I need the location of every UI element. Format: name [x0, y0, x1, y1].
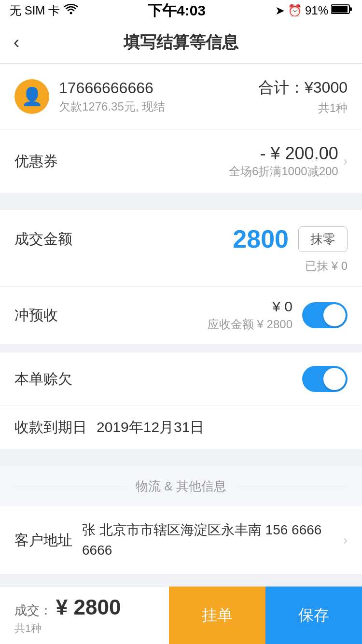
coupon-discount: - ¥ 200.00 — [229, 143, 338, 164]
round-button[interactable]: 抹零 — [298, 226, 348, 252]
avatar: 👤 — [14, 79, 49, 114]
customer-phone: 17666666666 — [59, 79, 165, 97]
bottom-deal-label: 成交： — [14, 603, 52, 617]
customer-section: 👤 17666666666 欠款1276.35元, 现结 合计：¥3000 共1… — [0, 64, 362, 193]
alarm-icon: ⏰ — [288, 4, 302, 17]
prepay-value: ¥ 0 — [208, 298, 292, 315]
customer-info: 17666666666 欠款1276.35元, 现结 — [59, 79, 165, 114]
customer-sub-info: 欠款1276.35元, 现结 — [59, 99, 165, 114]
amount-label: 成交金额 — [14, 229, 72, 249]
logistics-title: 物流 & 其他信息 — [126, 478, 236, 495]
hang-sale-button[interactable]: 挂单 — [169, 587, 265, 644]
amount-section: 成交金额 2800 抹零 已抹 ¥ 0 冲预收 ¥ 0 应收金额 ¥ 2800 — [0, 210, 362, 344]
logistics-header: 物流 & 其他信息 — [0, 466, 362, 506]
total-amount: 合计：¥3000 — [258, 77, 348, 98]
bottom-actions: 挂单 保存 — [169, 587, 362, 644]
customer-row: 👤 17666666666 欠款1276.35元, 现结 合计：¥3000 共1… — [0, 64, 362, 129]
svg-point-0 — [70, 12, 72, 14]
amount-right: 2800 抹零 — [233, 224, 348, 253]
duedate-row: 收款到期日 2019年12月31日 — [0, 406, 362, 449]
baddebt-section: 本单赊欠 收款到期日 2019年12月31日 — [0, 352, 362, 449]
bottom-bar: 成交： ¥ 2800 共1种 挂单 保存 — [0, 586, 362, 644]
address-row[interactable]: 客户地址 张 北京市市辖区海淀区永丰南 156 6666 6666 › — [0, 506, 362, 574]
prepay-info: ¥ 0 应收金额 ¥ 2800 — [208, 298, 292, 332]
amount-sub: 已抹 ¥ 0 — [0, 258, 362, 286]
coupon-desc: 全场6折满1000减200 — [229, 164, 338, 179]
customer-right: 合计：¥3000 共1种 — [258, 77, 348, 116]
svg-rect-3 — [350, 7, 352, 11]
location-icon: ➤ — [275, 4, 285, 17]
coupon-arrow-icon: › — [343, 154, 348, 169]
address-arrow-icon: › — [343, 532, 348, 548]
bottom-amount: ¥ 2800 — [56, 595, 121, 619]
divider-2 — [0, 344, 362, 352]
coupon-right: - ¥ 200.00 全场6折满1000减200 › — [229, 143, 348, 179]
bottom-count: 共1种 — [14, 621, 154, 636]
status-right: ➤ ⏰ 91% — [275, 4, 352, 17]
coupon-row[interactable]: 优惠券 - ¥ 200.00 全场6折满1000减200 › — [0, 129, 362, 193]
address-value: 张 北京市市辖区海淀区永丰南 156 6666 6666 — [82, 520, 343, 560]
customer-left: 👤 17666666666 欠款1276.35元, 现结 — [14, 79, 165, 114]
bottom-summary: 成交： ¥ 2800 共1种 — [0, 595, 169, 636]
baddebt-toggle-circle — [323, 368, 346, 390]
status-bar: 无 SIM 卡 下午4:03 ➤ ⏰ 91% — [0, 0, 362, 21]
address-label: 客户地址 — [14, 531, 72, 550]
prepay-right: ¥ 0 应收金额 ¥ 2800 — [208, 298, 348, 332]
baddebt-toggle[interactable] — [302, 366, 348, 392]
save-button[interactable]: 保存 — [265, 587, 362, 644]
battery-text: 91% — [305, 4, 328, 17]
amount-value: 2800 — [233, 224, 289, 253]
bottom-deal-row: 成交： ¥ 2800 — [14, 595, 154, 619]
divider-3 — [0, 458, 362, 466]
toggle-circle — [323, 304, 346, 326]
nav-bar: ‹ 填写结算等信息 — [0, 21, 362, 64]
wifi-icon — [64, 4, 78, 17]
baddebt-row: 本单赊欠 — [0, 352, 362, 406]
coupon-label: 优惠券 — [14, 152, 58, 171]
prepay-label: 冲预收 — [14, 306, 58, 325]
no-sim-text: 无 SIM 卡 — [10, 3, 60, 18]
battery-icon — [331, 4, 352, 17]
amount-row: 成交金额 2800 抹零 — [0, 210, 362, 258]
prepay-row: 冲预收 ¥ 0 应收金额 ¥ 2800 — [0, 286, 362, 344]
page-title: 填写结算等信息 — [124, 31, 238, 54]
total-count: 共1种 — [258, 100, 348, 116]
back-button[interactable]: ‹ — [14, 32, 19, 53]
duedate-value: 2019年12月31日 — [97, 418, 204, 437]
prepay-toggle[interactable] — [302, 302, 348, 328]
baddebt-label: 本单赊欠 — [14, 369, 72, 389]
status-time: 下午4:03 — [148, 1, 206, 21]
prepay-sub: 应收金额 ¥ 2800 — [208, 317, 292, 332]
svg-rect-2 — [332, 6, 348, 13]
divider-1 — [0, 201, 362, 210]
status-left: 无 SIM 卡 — [10, 3, 78, 18]
duedate-label: 收款到期日 — [14, 418, 87, 437]
